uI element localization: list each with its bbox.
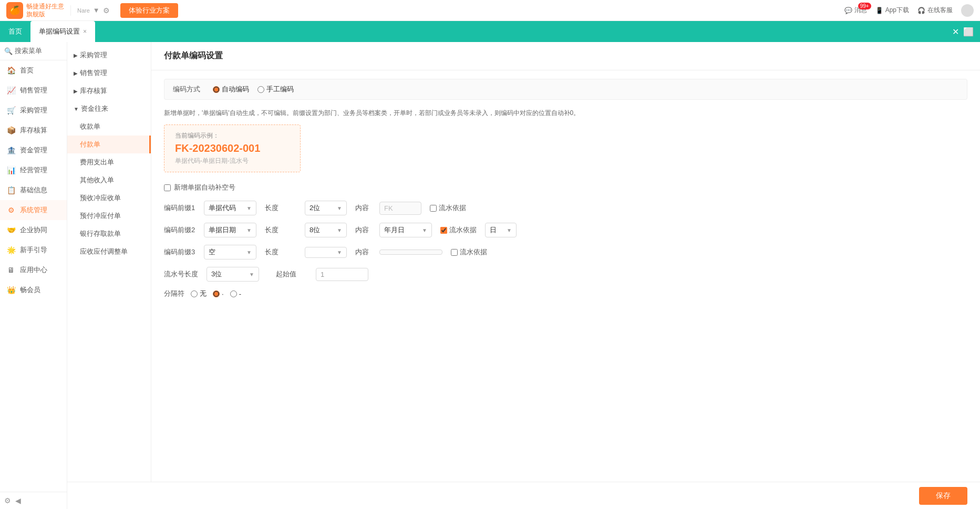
sub-nav-expense[interactable]: 费用支出单	[67, 153, 151, 171]
main-layout: 🔍 搜索菜单 🏠 首页 📈 销售管理 🛒 采购管理 📦 库存核算 🏦	[0, 42, 980, 509]
sep-dash-radio-label[interactable]: -	[230, 290, 241, 298]
sidebar-item-home[interactable]: 🏠 首页	[0, 60, 67, 80]
headset-icon: 🎧	[917, 7, 925, 14]
sidebar-search[interactable]: 🔍 搜索菜单	[0, 42, 67, 60]
separator-label: 分隔符	[164, 289, 184, 298]
prefix3-select[interactable]: 空 ▼	[204, 245, 256, 259]
sub-nav-receivable-adjust[interactable]: 应收应付调整单	[67, 243, 151, 261]
page-body: 编码方式 自动编码 手工编码 新增单据时，'单据编码'自动生成，不可编辑。前缀设…	[151, 70, 980, 314]
tab-close-icon[interactable]: ×	[83, 28, 87, 35]
trial-btn-wrapper[interactable]: 体验行业方案	[120, 3, 178, 18]
topbar-settings-icon[interactable]: ⚙	[103, 6, 110, 15]
prefix3-length-label: 长度	[265, 247, 296, 257]
sep-dash-radio[interactable]	[230, 290, 237, 297]
sidebar-item-purchase[interactable]: 🛒 采购管理	[0, 100, 67, 120]
sep-dot-radio-label[interactable]: ·	[213, 290, 224, 298]
window-close-icon[interactable]: ✕	[952, 27, 959, 37]
topbar-right: 💬 消息 99+ 📱 App下载 🎧 在线客服	[844, 4, 974, 17]
prefix3-stream-check[interactable]	[451, 249, 458, 256]
sidebar-item-appcenter[interactable]: 🖥 应用中心	[0, 260, 67, 280]
prefix1-select[interactable]: 单据代码 ▼	[204, 201, 256, 215]
prefix3-label: 编码前缀3	[164, 247, 195, 257]
online-service-btn[interactable]: 🎧 在线客服	[917, 6, 953, 15]
sidebar-item-operations[interactable]: 📊 经营管理	[0, 160, 67, 180]
prefix1-length-select[interactable]: 2位 ▼	[305, 201, 347, 215]
prefix2-content-select[interactable]: 年月日 ▼	[379, 223, 432, 237]
sep-none-radio[interactable]	[191, 290, 198, 297]
sidebar-item-inventory[interactable]: 📦 库存核算	[0, 120, 67, 140]
sidebar-settings-icon[interactable]: ⚙	[4, 496, 11, 505]
sub-nav-receipt[interactable]: 收款单	[67, 118, 151, 136]
topbar-dropdown-icon[interactable]: ▼	[93, 6, 100, 14]
sub-nav-income[interactable]: 其他收入单	[67, 171, 151, 189]
stream-length-label: 流水号长度	[164, 269, 198, 279]
auto-encode-radio-label[interactable]: 自动编码	[213, 85, 249, 94]
sidebar-item-newguide[interactable]: 🌟 新手引导	[0, 240, 67, 260]
prefix2-day-select[interactable]: 日 ▼	[485, 223, 517, 237]
sidebar-item-finance[interactable]: 🏦 资金管理	[0, 140, 67, 160]
sidebar-item-member[interactable]: 👑 畅会员	[0, 280, 67, 300]
prefix1-length-label: 长度	[265, 203, 296, 213]
sub-group-sales: ▶ 销售管理	[67, 64, 151, 82]
prefix1-stream-check[interactable]	[430, 205, 437, 212]
sep-dot-radio[interactable]	[213, 290, 220, 297]
newguide-icon: 🌟	[6, 245, 16, 255]
auto-fill-checkbox[interactable]	[164, 184, 171, 191]
logo-icon: 🍊	[6, 2, 23, 19]
app-download-btn[interactable]: 📱 App下载	[875, 6, 909, 15]
separator-radios: 无 · -	[191, 289, 241, 298]
page-footer: 保存	[67, 482, 980, 509]
save-button[interactable]: 保存	[919, 487, 967, 505]
sidebar-item-sales[interactable]: 📈 销售管理	[0, 80, 67, 100]
manual-encode-radio[interactable]	[257, 86, 264, 93]
sub-nav-prepay-receive[interactable]: 预收冲应收单	[67, 189, 151, 207]
app-logo: 🍊 畅捷通好生意 旗舰版	[6, 2, 64, 19]
window-maximize-icon[interactable]: ⬜	[963, 27, 974, 37]
prefix3-dropdown-icon: ▼	[246, 250, 252, 255]
prefix1-dropdown-icon: ▼	[246, 205, 252, 211]
sub-group-sales-title[interactable]: ▶ 销售管理	[67, 64, 151, 82]
tab-document-encoding[interactable]: 单据编码设置 ×	[30, 21, 95, 42]
prefix2-length-select[interactable]: 8位 ▼	[305, 223, 347, 237]
prefix2-select[interactable]: 单据日期 ▼	[204, 223, 256, 237]
start-value-input[interactable]: 1	[316, 268, 368, 281]
sub-group-funds-title[interactable]: ▼ 资金往来	[67, 100, 151, 118]
sub-sidebar: ▶ 采购管理 ▶ 销售管理 ▶ 库存核算 ▼ 资金往来 收款单 付款单 费用支出…	[67, 42, 151, 509]
prefix3-length-select[interactable]: ▼	[305, 247, 347, 258]
code-preview-value: FK-20230602-001	[175, 142, 290, 154]
prefix1-content-label: 内容	[355, 203, 371, 213]
purchase-icon: 🛒	[6, 106, 16, 115]
auto-encode-radio[interactable]	[213, 86, 220, 93]
sidebar-item-system[interactable]: ⚙ 系统管理	[0, 200, 67, 220]
sub-group-inventory-title[interactable]: ▶ 库存核算	[67, 82, 151, 100]
stream-length-select[interactable]: 3位 ▼	[207, 267, 259, 282]
sidebar-item-basic[interactable]: 📋 基础信息	[0, 180, 67, 200]
prefix3-length-dropdown-icon: ▼	[337, 250, 342, 255]
code-preview-label: 当前编码示例：	[175, 131, 290, 140]
tabbar-actions: ✕ ⬜	[952, 27, 980, 37]
sidebar: 🔍 搜索菜单 🏠 首页 📈 销售管理 🛒 采购管理 📦 库存核算 🏦	[0, 42, 67, 509]
prefix3-row: 编码前缀3 空 ▼ 长度 ▼ 内容	[164, 245, 967, 259]
sub-nav-payment[interactable]: 付款单	[67, 136, 151, 153]
manual-encode-radio-label[interactable]: 手工编码	[257, 85, 294, 94]
user-avatar[interactable]	[961, 4, 974, 17]
member-icon: 👑	[6, 285, 16, 295]
prefix2-row: 编码前缀2 单据日期 ▼ 长度 8位 ▼ 内容 年月日 ▼	[164, 223, 967, 237]
code-preview: 当前编码示例： FK-20230602-001 单据代码-单据日期-流水号	[164, 124, 301, 172]
tab-home[interactable]: 首页	[0, 21, 30, 42]
sep-none-radio-label[interactable]: 无	[191, 289, 207, 298]
sub-nav-bank-deposit[interactable]: 银行存取款单	[67, 225, 151, 243]
enterprise-icon: 🤝	[6, 225, 16, 235]
content-inner: 付款单编码设置 编码方式 自动编码 手工编码	[151, 42, 980, 488]
sub-nav-prepay-pay[interactable]: 预付冲应付单	[67, 207, 151, 225]
trial-button[interactable]: 体验行业方案	[120, 3, 178, 18]
prefix2-stream-check[interactable]	[440, 227, 447, 234]
sales-icon: 📈	[6, 86, 16, 95]
prefix1-stream-checkbox: 流水依据	[430, 203, 466, 213]
prefix2-content-label: 内容	[355, 225, 371, 235]
sub-group-purchase-title[interactable]: ▶ 采购管理	[67, 46, 151, 64]
sidebar-item-enterprise[interactable]: 🤝 企业协同	[0, 220, 67, 240]
app-download-icon: 📱	[875, 7, 883, 14]
message-btn[interactable]: 💬 消息 99+	[844, 6, 867, 15]
sidebar-collapse-icon[interactable]: ◀	[15, 496, 21, 505]
